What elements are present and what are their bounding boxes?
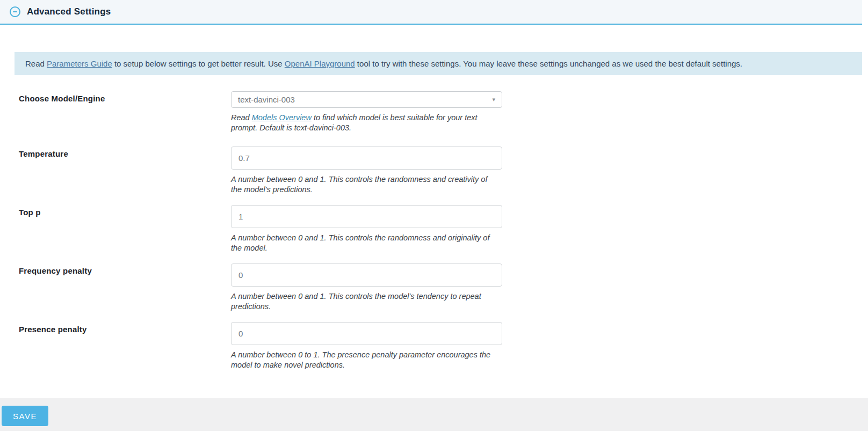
chevron-down-icon: ▾ [492, 97, 495, 102]
footer-bar: SAVE [0, 398, 868, 431]
advanced-settings-form: Choose Model/Engine text-davinci-003 ▾ R… [0, 91, 868, 370]
presence-penalty-row: Presence penalty A number between 0 to 1… [19, 322, 868, 370]
top-p-helper-text: A number between 0 and 1. This controls … [231, 233, 494, 253]
collapse-minus-icon[interactable] [10, 6, 20, 17]
save-button[interactable]: SAVE [2, 406, 48, 426]
top-p-input[interactable] [231, 205, 502, 228]
top-p-label: Top p [19, 205, 231, 217]
temperature-helper-text: A number between 0 and 1. This controls … [231, 174, 494, 195]
temperature-input[interactable] [231, 147, 502, 170]
banner-text: to setup below settings to get better re… [112, 59, 285, 68]
model-engine-row: Choose Model/Engine text-davinci-003 ▾ R… [19, 91, 868, 133]
frequency-penalty-helper-text: A number between 0 and 1. This controls … [231, 291, 494, 312]
openai-playground-link[interactable]: OpenAI Playground [285, 59, 355, 68]
model-select-value: text-davinci-003 [238, 95, 295, 104]
page-title: Advanced Settings [27, 6, 111, 17]
frequency-penalty-row: Frequency penalty A number between 0 and… [19, 263, 868, 312]
advanced-settings-header: Advanced Settings [0, 0, 862, 25]
models-overview-link[interactable]: Models Overview [252, 113, 312, 122]
top-p-row: Top p A number between 0 and 1. This con… [19, 205, 868, 253]
model-select[interactable]: text-davinci-003 ▾ [231, 91, 502, 108]
info-banner: Read Parameters Guide to setup below set… [15, 52, 862, 75]
model-helper-text: Read Models Overview to find which model… [231, 113, 494, 133]
temperature-label: Temperature [19, 147, 231, 158]
banner-text: Read [25, 59, 47, 68]
model-engine-label: Choose Model/Engine [19, 91, 231, 103]
presence-penalty-input[interactable] [231, 322, 502, 345]
frequency-penalty-input[interactable] [231, 263, 502, 287]
parameters-guide-link[interactable]: Parameters Guide [47, 59, 112, 68]
frequency-penalty-label: Frequency penalty [19, 263, 231, 275]
temperature-row: Temperature A number between 0 and 1. Th… [19, 147, 868, 195]
banner-text: tool to try with these settings. You may… [355, 59, 742, 68]
presence-penalty-helper-text: A number between 0 to 1. The presence pe… [231, 350, 494, 370]
helper-text: Read [231, 113, 252, 122]
presence-penalty-label: Presence penalty [19, 322, 231, 334]
